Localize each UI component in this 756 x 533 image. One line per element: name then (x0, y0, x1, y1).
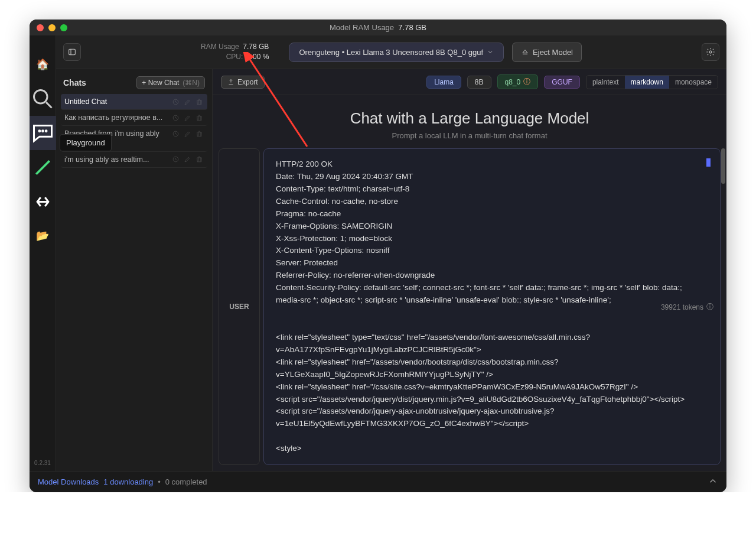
svg-line-1 (46, 102, 51, 108)
chats-heading: Chats (63, 78, 86, 87)
svg-point-4 (45, 130, 47, 131)
toolbar: Export Llama 8B q8_0 ⓘ GGUF plaintextmar… (213, 69, 726, 95)
svg-point-7 (709, 51, 712, 53)
chat-delete-icon[interactable] (194, 97, 204, 106)
scrollbar-thumb[interactable] (721, 148, 725, 184)
chat-edit-icon[interactable] (183, 113, 192, 122)
chat-history-icon[interactable] (171, 129, 180, 138)
eject-icon (521, 48, 529, 56)
titlebar: Model RAM Usage 7.78 GB (30, 20, 726, 35)
chat-area: Export Llama 8B q8_0 ⓘ GGUF plaintextmar… (213, 69, 726, 471)
playground-tooltip: Playground (60, 134, 112, 151)
chat-item[interactable]: i'm using ably as realtim... (61, 152, 207, 168)
chevron-down-icon (487, 48, 494, 56)
message-line (276, 319, 708, 332)
toggle-sidebar-button[interactable] (63, 43, 81, 61)
window-title: Model RAM Usage 7.78 GB (330, 23, 426, 32)
close-window-button[interactable] (37, 24, 44, 31)
chat-item[interactable]: Как написать регулярное в... (61, 110, 207, 126)
version-label: 0.2.31 (34, 460, 51, 466)
message-line: <script src="/assets/vendor/jquery/dist/… (276, 394, 708, 406)
folder-tab[interactable]: 📂 (30, 219, 56, 253)
settings-button[interactable] (702, 43, 719, 61)
token-count: 39921 tokens ⓘ (661, 302, 713, 312)
model-downloads-link[interactable]: Model Downloads (38, 477, 99, 486)
message-line: X-Frame-Options: SAMEORIGIN (276, 220, 708, 233)
chat-edit-icon[interactable] (183, 155, 192, 164)
playground-tab[interactable] (30, 150, 56, 184)
chat-edit-icon[interactable] (183, 97, 192, 106)
downloading-count[interactable]: 1 downloading (103, 477, 153, 486)
message-line: Referrer-Policy: no-referrer-when-downgr… (276, 269, 708, 282)
format-pill: GGUF (544, 76, 580, 89)
server-tab[interactable] (30, 184, 56, 219)
chevron-up-icon (708, 476, 718, 486)
gear-icon (706, 47, 715, 57)
message-line: <link rel="stylesheet" href="/css/site.c… (276, 381, 708, 394)
chat-item-label: Как написать регулярное в... (64, 113, 168, 122)
message-line: <script src="/assets/vendor/jquery-ajax-… (276, 405, 708, 430)
message-line: Pragma: no-cache (276, 208, 708, 220)
maximize-window-button[interactable] (60, 24, 67, 31)
chat-title: Chat with a Large Language Model (213, 109, 726, 128)
status-bar: Model Downloads 1 downloading • 0 comple… (30, 471, 726, 492)
message-line: Content-Type: text/html; charset=utf-8 (276, 183, 708, 196)
message-line (276, 430, 708, 443)
chat-item-label: Untitled Chat (64, 98, 168, 106)
chats-sidebar: Chats + New Chat (⌘N) Untitled ChatКак н… (56, 69, 213, 471)
chat-delete-icon[interactable] (194, 129, 204, 138)
format-option-markdown[interactable]: markdown (625, 76, 669, 89)
chat-history-icon[interactable] (171, 97, 180, 106)
chat-delete-icon[interactable] (194, 155, 204, 164)
chat-list: Untitled ChatКак написать регулярное в..… (61, 94, 207, 168)
message-line: <style> (276, 443, 708, 455)
message-line: X-Xss-Protection: 1; mode=block (276, 233, 708, 245)
new-chat-button[interactable]: + New Chat (⌘N) (136, 76, 205, 89)
info-icon[interactable]: ⓘ (706, 302, 713, 312)
svg-point-3 (42, 130, 43, 131)
message-role[interactable]: USER (219, 148, 260, 465)
export-icon (227, 79, 234, 86)
message-line (276, 307, 708, 319)
format-option-monospace[interactable]: monospace (669, 76, 718, 89)
chat-heading: Chat with a Large Language Model Prompt … (213, 95, 726, 148)
message-input[interactable]: HTTP/2 200 OKDate: Thu, 29 Aug 2024 20:4… (263, 148, 721, 465)
message-line: <link rel="stylesheet" type="text/css" h… (276, 332, 708, 356)
minimize-window-button[interactable] (48, 24, 56, 31)
message-line: Date: Thu, 29 Aug 2024 20:40:37 GMT (276, 171, 708, 183)
resource-stats: RAM Usage 7.78 GB CPU: 0.00 % (201, 42, 269, 62)
text-cursor (706, 158, 711, 167)
output-format-toggle[interactable]: plaintextmarkdownmonospace (586, 75, 718, 89)
message-line: HTTP/2 200 OK (276, 158, 708, 171)
window-controls (37, 24, 67, 31)
size-pill: 8B (467, 76, 491, 89)
quant-pill: q8_0 ⓘ (497, 74, 539, 89)
chat-subtitle: Prompt a local LLM in a multi-turn chat … (213, 131, 726, 140)
eject-model-button[interactable]: Eject Model (512, 43, 582, 62)
chat-history-icon[interactable] (171, 155, 180, 164)
svg-rect-5 (69, 49, 76, 54)
warning-icon: ⓘ (523, 77, 530, 87)
expand-footer-button[interactable] (708, 476, 718, 488)
home-tab[interactable]: 🏠 (30, 47, 56, 82)
message-line: X-Content-Type-Options: nosniff (276, 245, 708, 257)
app-window: Model RAM Usage 7.78 GB 🏠 📂 0.2.31 (30, 20, 726, 492)
chat-item-label: i'm using ably as realtim... (64, 155, 168, 164)
search-tab[interactable] (30, 82, 56, 116)
nav-rail: 🏠 📂 0.2.31 (30, 35, 56, 471)
chat-tab[interactable] (30, 116, 56, 150)
chat-history-icon[interactable] (171, 113, 180, 122)
chat-item[interactable]: Untitled Chat (61, 94, 207, 110)
svg-point-2 (38, 130, 40, 131)
topbar: RAM Usage 7.78 GB CPU: 0.00 % Orenguteng… (56, 35, 726, 69)
message-line: Cache-Control: no-cache, no-store (276, 196, 708, 208)
model-selector[interactable]: Orenguteng • Lexi Llama 3 Uncensored 8B … (289, 43, 504, 62)
export-button[interactable]: Export (221, 76, 265, 89)
chat-delete-icon[interactable] (194, 113, 204, 122)
message-line: Server: Protected (276, 257, 708, 269)
completed-count: 0 completed (165, 477, 207, 486)
message-line: <link rel="stylesheet" href="/assets/ven… (276, 356, 708, 381)
format-option-plaintext[interactable]: plaintext (586, 76, 625, 89)
message-line: Content-Security-Policy: default-src 'se… (276, 282, 708, 307)
chat-edit-icon[interactable] (183, 129, 192, 138)
